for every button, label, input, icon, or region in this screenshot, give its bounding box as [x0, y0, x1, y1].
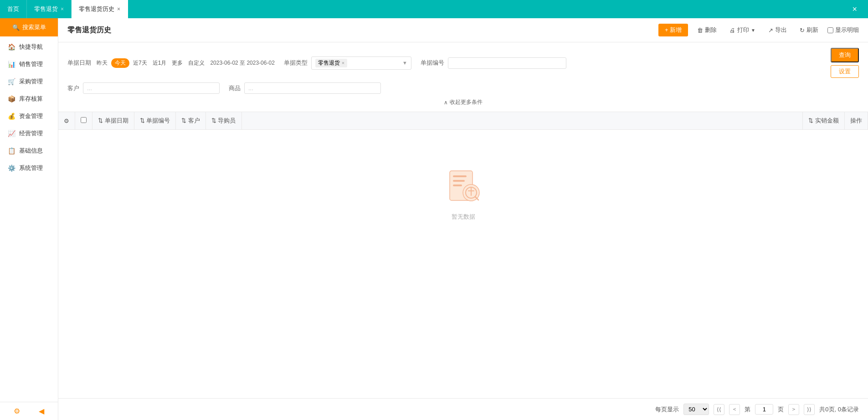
print-icon: 🖨 — [729, 27, 735, 34]
prev-page-button[interactable]: ＜ — [729, 404, 740, 415]
collapse-button[interactable]: ∧ 收起更多条件 — [444, 98, 483, 106]
empty-icon — [443, 166, 484, 207]
sidebar-item-quick-nav[interactable]: 🏠 快捷导航 — [0, 38, 58, 56]
doc-type-tag-text: 零售退货 — [318, 59, 340, 67]
col-spacer — [241, 112, 803, 130]
delete-icon: 🗑 — [697, 27, 703, 34]
date-more[interactable]: 更多 — [170, 58, 185, 68]
pagination-bar: 每页显示 50 100 200 ⟨⟨ ＜ 第 页 ＞ ⟩⟩ 共0页, 0条记录 — [58, 398, 868, 420]
refresh-button[interactable]: ↻ 刷新 — [796, 24, 822, 36]
tab-home[interactable]: 首页 — [0, 0, 27, 18]
sidebar-collapse-icon[interactable]: ◀ — [39, 407, 44, 415]
goods-input[interactable]: ... — [244, 82, 381, 94]
add-button-label: + 新增 — [665, 26, 682, 34]
col-customer[interactable]: ⇅ 客户 — [176, 112, 206, 130]
export-button-label: 导出 — [775, 26, 787, 34]
doc-no-input[interactable] — [448, 57, 566, 69]
sidebar-item-finance-label: 资金管理 — [19, 112, 43, 120]
select-all-checkbox[interactable] — [81, 117, 87, 123]
add-button[interactable]: + 新增 — [658, 24, 688, 36]
col-doc-date-label: ⇅ 单据日期 — [98, 117, 128, 124]
filter-area: 单据日期 昨天 今天 近7天 近1月 更多 自定义 2023-06-02 至 2… — [58, 42, 868, 112]
tab-home-label: 首页 — [7, 5, 19, 13]
date-range-display: 2023-06-02 至 2023-06-02 — [210, 59, 274, 67]
window-close-button[interactable]: × — [848, 5, 861, 14]
refresh-icon: ↻ — [800, 27, 805, 34]
first-page-button[interactable]: ⟨⟨ — [714, 404, 724, 415]
sidebar-nav: 🏠 快捷导航 📊 销售管理 🛒 采购管理 📦 库存核算 💰 资金管理 📈 — [0, 36, 58, 402]
main-layout: 🔍 搜索菜单 🏠 快捷导航 📊 销售管理 🛒 采购管理 📦 库存核算 💰 — [0, 18, 868, 420]
finance-icon: 💰 — [7, 112, 15, 120]
table-settings-icon[interactable]: ⚙ — [64, 118, 69, 124]
svg-rect-3 — [453, 184, 462, 186]
tab-retail-return-history-label: 零售退货历史 — [79, 5, 114, 13]
sidebar-item-operations[interactable]: 📈 经营管理 — [0, 125, 58, 142]
page-number-input[interactable] — [755, 404, 773, 415]
total-records: 共0页, 0条记录 — [819, 405, 859, 414]
display-toggle-checkbox[interactable] — [827, 27, 833, 33]
col-operation-label: 操作 — [850, 117, 862, 124]
date-custom[interactable]: 自定义 — [186, 58, 206, 68]
export-button[interactable]: ↗ 导出 — [765, 24, 791, 36]
svg-rect-2 — [453, 180, 465, 182]
sales-icon: 📊 — [7, 60, 15, 68]
col-doc-no[interactable]: ⇅ 单据编号 — [134, 112, 176, 130]
print-button[interactable]: 🖨 打印 ▼ — [726, 24, 759, 36]
sidebar-item-purchase-label: 采购管理 — [19, 77, 43, 86]
sidebar-item-operations-label: 经营管理 — [19, 129, 43, 138]
date-1month[interactable]: 近1月 — [151, 58, 169, 68]
sidebar-item-system[interactable]: ⚙️ 系统管理 — [0, 159, 58, 177]
sidebar-item-basic-info[interactable]: 📋 基础信息 — [0, 142, 58, 159]
page-title: 零售退货历史 — [67, 26, 111, 35]
settings-button[interactable]: 设置 — [831, 65, 859, 78]
customer-input[interactable]: ... — [83, 82, 220, 94]
delete-button[interactable]: 🗑 删除 — [693, 24, 720, 36]
tab-retail-return-label: 零售退货 — [34, 5, 58, 13]
quick-nav-icon: 🏠 — [7, 43, 15, 51]
doc-type-filter-group: 单据类型 零售退货 × ▼ — [284, 56, 411, 70]
empty-text: 暂无数据 — [452, 213, 475, 221]
sidebar-item-basic-info-label: 基础信息 — [19, 147, 43, 155]
next-page-button[interactable]: ＞ — [788, 404, 799, 415]
col-settings[interactable]: ⚙ — [58, 112, 75, 130]
sidebar-item-purchase[interactable]: 🛒 采购管理 — [0, 73, 58, 90]
col-checkbox[interactable] — [75, 112, 92, 130]
tab-retail-return-close[interactable]: × — [61, 6, 64, 12]
doc-type-tag-close[interactable]: × — [342, 60, 344, 66]
page-actions: + 新增 🗑 删除 🖨 打印 ▼ ↗ 导出 ↻ 刷新 — [658, 24, 859, 36]
sidebar-item-inventory[interactable]: 📦 库存核算 — [0, 90, 58, 108]
col-actual-amount[interactable]: ⇅ 实销金额 — [803, 112, 845, 130]
date-today[interactable]: 今天 — [111, 58, 129, 68]
display-toggle[interactable]: 显示明细 — [827, 26, 859, 34]
system-icon: ⚙️ — [7, 164, 15, 172]
doc-type-label: 单据类型 — [284, 59, 308, 67]
col-doc-date[interactable]: ⇅ 单据日期 — [92, 112, 134, 130]
sidebar-settings-icon[interactable]: ⚙ — [14, 407, 20, 415]
doc-type-tag: 零售退货 × — [315, 59, 347, 67]
last-page-button[interactable]: ⟩⟩ — [804, 404, 815, 415]
sidebar-item-finance[interactable]: 💰 资金管理 — [0, 108, 58, 125]
data-table: ⚙ ⇅ 单据日期 ⇅ 单据编号 ⇅ 客户 — [58, 112, 868, 130]
export-icon: ↗ — [768, 27, 773, 34]
tab-retail-return-history[interactable]: 零售退货历史 × — [72, 0, 128, 18]
operations-icon: 📈 — [7, 129, 15, 138]
sidebar-search-label: 搜索菜单 — [22, 23, 46, 31]
date-7days[interactable]: 近7天 — [131, 58, 149, 68]
doc-type-select[interactable]: 零售退货 × ▼ — [311, 56, 411, 70]
table-header-row: ⚙ ⇅ 单据日期 ⇅ 单据编号 ⇅ 客户 — [58, 112, 868, 130]
basic-info-icon: 📋 — [7, 147, 15, 155]
empty-state: 暂无数据 — [58, 130, 868, 257]
col-guide[interactable]: ⇅ 导购员 — [205, 112, 241, 130]
sidebar-item-inventory-label: 库存核算 — [19, 95, 43, 103]
date-yesterday[interactable]: 昨天 — [95, 58, 109, 68]
sidebar-search[interactable]: 🔍 搜索菜单 — [0, 18, 58, 36]
search-icon: 🔍 — [12, 24, 20, 31]
query-button[interactable]: 查询 — [831, 48, 859, 62]
date-filter-group: 单据日期 昨天 今天 近7天 近1月 更多 自定义 2023-06-02 至 2… — [67, 58, 275, 68]
sidebar-item-sales[interactable]: 📊 销售管理 — [0, 56, 58, 73]
tab-retail-return-history-close[interactable]: × — [117, 6, 120, 12]
page-size-select[interactable]: 50 100 200 — [683, 404, 709, 415]
tab-retail-return[interactable]: 零售退货 × — [27, 0, 72, 18]
print-button-label: 打印 — [737, 26, 749, 34]
col-doc-no-label: ⇅ 单据编号 — [140, 117, 170, 124]
